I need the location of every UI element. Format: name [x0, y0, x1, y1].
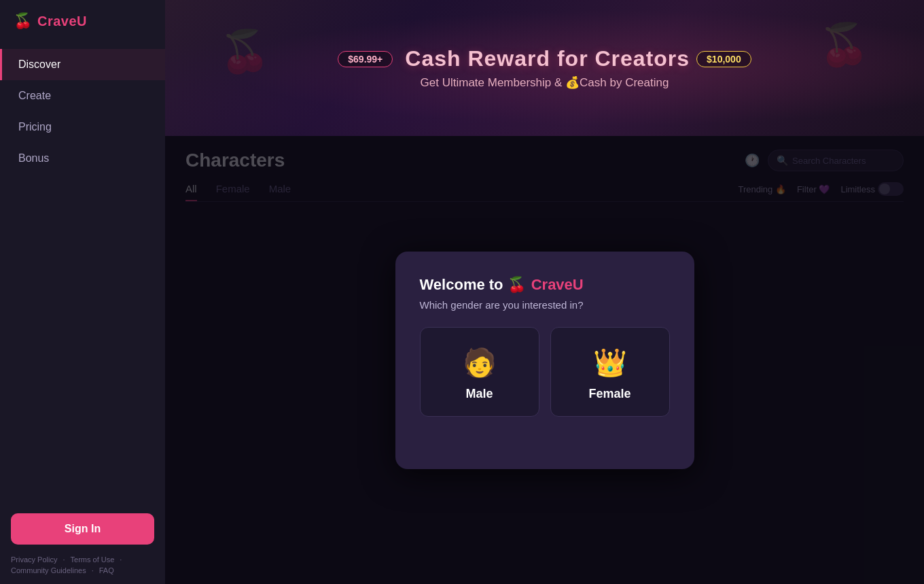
sidebar-item-discover[interactable]: Discover — [0, 49, 165, 80]
terms-link[interactable]: Terms of Use — [71, 555, 115, 564]
footer-links: Privacy Policy · Terms of Use · Communit… — [11, 553, 154, 577]
modal-overlay[interactable]: Welcome to 🍒 CraveU Which gender are you… — [165, 136, 924, 584]
modal-title: Welcome to 🍒 CraveU — [420, 276, 584, 294]
banner-badge1: $69.99+ — [338, 51, 393, 67]
privacy-link[interactable]: Privacy Policy — [11, 555, 57, 564]
banner-title: Cash Reward for Creators — [405, 46, 690, 71]
banner: 🍒 $69.99+ Cash Reward for Creators $10,0… — [165, 0, 924, 136]
sidebar-item-bonus[interactable]: Bonus — [0, 143, 165, 174]
sidebar-footer: Sign In Privacy Policy · Terms of Use · … — [0, 500, 165, 584]
faq-link[interactable]: FAQ — [99, 566, 114, 574]
main-content: 🍒 $69.99+ Cash Reward for Creators $10,0… — [165, 0, 924, 584]
modal-subtitle: Which gender are you interested in? — [420, 299, 584, 311]
gender-modal: Welcome to 🍒 CraveU Which gender are you… — [395, 252, 694, 469]
male-label: Male — [465, 387, 493, 401]
banner-content: $69.99+ Cash Reward for Creators $10,000… — [338, 46, 751, 90]
content-area: Characters 🕐 🔍 Search Characters All Fem… — [165, 136, 924, 584]
male-emoji: 🧑 — [463, 347, 497, 379]
sidebar-item-pricing[interactable]: Pricing — [0, 111, 165, 143]
modal-title-prefix: Welcome to 🍒 — [420, 276, 526, 294]
sidebar-item-create[interactable]: Create — [0, 80, 165, 111]
sidebar-nav: Discover Create Pricing Bonus — [0, 42, 165, 500]
modal-option-male[interactable]: 🧑 Male — [420, 327, 539, 417]
banner-deco-left: 🍒 — [219, 27, 270, 75]
sidebar: 🍒 CraveU Discover Create Pricing Bonus S… — [0, 0, 165, 584]
sign-in-button[interactable]: Sign In — [11, 513, 154, 545]
community-link[interactable]: Community Guidelines — [11, 566, 86, 574]
banner-deco-right: 🍒 — [819, 20, 870, 69]
logo-icon: 🍒 — [14, 12, 32, 30]
modal-title-brand: CraveU — [531, 276, 584, 294]
logo[interactable]: 🍒 CraveU — [0, 0, 165, 42]
female-label: Female — [588, 387, 630, 401]
female-emoji: 👑 — [593, 347, 627, 379]
logo-text: CraveU — [37, 14, 87, 29]
banner-badge2: $10,000 — [696, 51, 751, 67]
modal-option-female[interactable]: 👑 Female — [550, 327, 670, 417]
modal-options: 🧑 Male 👑 Female — [420, 327, 670, 417]
banner-subtitle: Get Ultimate Membership & 💰Cash by Creat… — [338, 75, 751, 90]
